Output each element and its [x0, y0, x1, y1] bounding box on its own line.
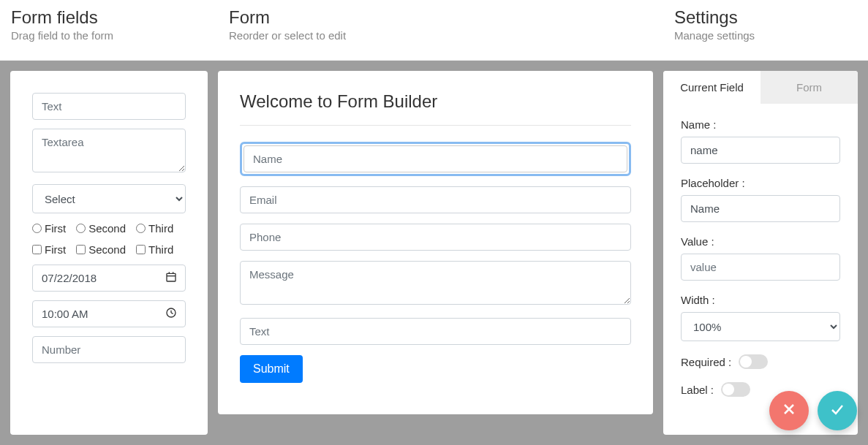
setting-required-label: Required :	[681, 356, 731, 368]
check-input[interactable]	[136, 245, 146, 254]
setting-label-label: Label :	[681, 384, 714, 396]
header-form: Form Reorder or select to edit	[218, 0, 663, 60]
palette-textarea[interactable]	[32, 129, 186, 172]
form-field-phone[interactable]	[240, 224, 631, 251]
setting-label-toggle[interactable]	[721, 382, 750, 397]
header-sub-form: Reorder or select to edit	[229, 29, 652, 42]
setting-name-input[interactable]	[681, 137, 840, 164]
check-input[interactable]	[76, 245, 86, 254]
setting-value-label: Value :	[681, 235, 840, 248]
check-label: Second	[88, 243, 126, 256]
form-field-email[interactable]	[240, 186, 631, 213]
setting-required-toggle[interactable]	[739, 354, 768, 369]
setting-placeholder-input[interactable]	[681, 195, 840, 222]
palette-date-input[interactable]	[32, 265, 186, 292]
header-form-fields: Form fields Drag field to the form	[0, 0, 218, 60]
check-label: First	[45, 243, 66, 256]
fab-confirm-button[interactable]	[818, 391, 857, 430]
palette-select[interactable]: Select	[32, 184, 186, 213]
fab-container	[769, 391, 857, 430]
header-title-fields: Form fields	[11, 7, 207, 28]
form-title: Welcome to Form Builder	[240, 91, 631, 112]
settings-tabs: Current Field Form	[663, 71, 858, 104]
radio-label: Third	[148, 222, 173, 235]
palette-check-second[interactable]: Second	[76, 243, 126, 256]
form-input-text[interactable]	[240, 318, 631, 345]
form-field-text[interactable]	[240, 318, 631, 345]
header-sub-fields: Drag field to the form	[11, 29, 207, 42]
check-label: Third	[148, 243, 173, 256]
form-field-message[interactable]	[240, 261, 631, 308]
setting-value-input[interactable]	[681, 254, 840, 281]
palette-check-third[interactable]: Third	[136, 243, 173, 256]
check-input[interactable]	[32, 245, 42, 254]
form-canvas-panel: Welcome to Form Builder Submit	[218, 71, 653, 414]
submit-button[interactable]: Submit	[240, 355, 303, 383]
palette-time-input[interactable]	[32, 300, 186, 327]
palette-radio-second[interactable]: Second	[76, 222, 126, 235]
palette-radio-first[interactable]: First	[32, 222, 66, 235]
header-sub-settings: Manage settings	[674, 29, 857, 42]
palette-text-input[interactable]	[32, 93, 186, 120]
setting-width-label: Width :	[681, 294, 840, 306]
form-input-name[interactable]	[244, 145, 627, 172]
header-settings: Settings Manage settings	[663, 0, 868, 60]
tab-current-field[interactable]: Current Field	[663, 71, 761, 104]
radio-input[interactable]	[136, 224, 146, 233]
setting-width-select[interactable]: 100%	[681, 312, 840, 341]
form-field-name[interactable]	[240, 142, 631, 176]
header-title-settings: Settings	[674, 7, 857, 28]
form-divider	[240, 125, 631, 126]
palette-radio-group: First Second Third	[32, 222, 186, 235]
header-row: Form fields Drag field to the form Form …	[0, 0, 868, 61]
palette-radio-third[interactable]: Third	[136, 222, 173, 235]
settings-body: Name : Placeholder : Value : Width : 100…	[663, 104, 858, 425]
setting-placeholder-label: Placeholder :	[681, 177, 840, 189]
setting-name-label: Name :	[681, 118, 840, 131]
header-title-form: Form	[229, 7, 652, 28]
palette-check-group: First Second Third	[32, 243, 186, 256]
close-icon	[780, 400, 798, 421]
form-input-phone[interactable]	[240, 224, 631, 251]
palette-check-first[interactable]: First	[32, 243, 66, 256]
radio-label: Second	[88, 222, 126, 235]
form-input-message[interactable]	[240, 261, 631, 305]
palette-panel: Select First Second Third First Second T…	[10, 71, 208, 435]
fab-cancel-button[interactable]	[769, 391, 809, 430]
body-row: Select First Second Third First Second T…	[0, 61, 868, 445]
tab-form[interactable]: Form	[761, 71, 858, 104]
radio-input[interactable]	[32, 224, 42, 233]
palette-number-input[interactable]	[32, 336, 186, 363]
check-icon	[829, 400, 846, 421]
radio-label: First	[45, 222, 66, 235]
radio-input[interactable]	[76, 224, 86, 233]
form-input-email[interactable]	[240, 186, 631, 213]
settings-panel: Current Field Form Name : Placeholder : …	[663, 71, 858, 435]
